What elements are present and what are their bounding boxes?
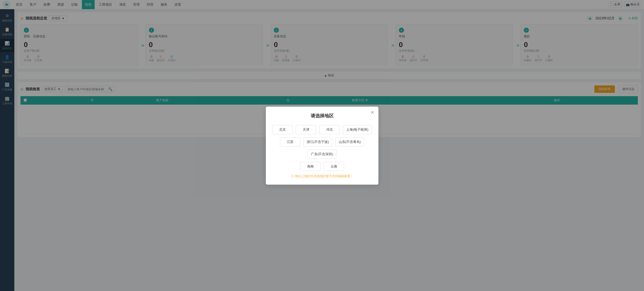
- region-hebei[interactable]: 河北: [319, 125, 340, 134]
- modal-close-button[interactable]: ✕: [370, 110, 374, 115]
- region-shandong[interactable]: 山东(不含青岛): [335, 137, 364, 147]
- region-zhejiang[interactable]: 浙江(不含宁波): [303, 137, 332, 147]
- region-guangdong[interactable]: 广东(不含深圳): [308, 150, 336, 159]
- region-hainan[interactable]: 海南: [300, 162, 321, 171]
- region-select-modal: ✕ 请选择地区 北京 天津 河北 上海(电子税局) 江苏 浙江(不含宁波) 山东…: [266, 107, 378, 185]
- region-grid-row2: 江苏 浙江(不含宁波) 山东(不含青岛) 广东(不含深圳): [272, 137, 372, 159]
- warning-icon: ⓘ: [291, 174, 294, 178]
- region-select-overlay: ✕ 请选择地区 北京 天津 河北 上海(电子税局) 江苏 浙江(不含宁波) 山东…: [0, 0, 644, 291]
- region-warning: ⓘ 除以上地区外其他地区暂不支持报税检查！: [272, 174, 372, 178]
- region-grid-row3: 海南 云南: [272, 162, 372, 171]
- region-grid-row1: 北京 天津 河北 上海(电子税局): [272, 125, 372, 134]
- region-shanghai[interactable]: 上海(电子税局): [343, 125, 372, 134]
- region-tianjin[interactable]: 天津: [296, 125, 316, 134]
- region-beijing[interactable]: 北京: [272, 125, 293, 134]
- region-jiangsu[interactable]: 江苏: [280, 137, 300, 147]
- region-yunnan[interactable]: 云南: [324, 162, 344, 171]
- modal-title: 请选择地区: [272, 113, 372, 119]
